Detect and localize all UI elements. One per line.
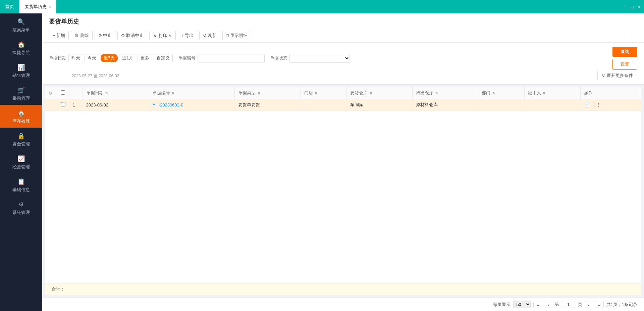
window-minimize[interactable]: － bbox=[623, 4, 627, 10]
sidebar-item-system[interactable]: ⚙ 系统管理 bbox=[0, 196, 42, 219]
sidebar-item-finance-label: 资金管理 bbox=[12, 141, 30, 147]
col-settings[interactable]: ⚙ bbox=[45, 87, 57, 99]
setting-button[interactable]: 设置 bbox=[612, 59, 637, 70]
stop-button[interactable]: ⊘ 中止 bbox=[95, 31, 116, 40]
sidebar-item-finance[interactable]: 🔒 资金管理 bbox=[0, 128, 42, 150]
tab-history-close[interactable]: × bbox=[49, 4, 51, 9]
row-dept bbox=[478, 99, 524, 111]
status-filter-group: 单据状态 bbox=[270, 54, 350, 63]
sidebar-item-quick-nav[interactable]: 🏠 快捷导航 bbox=[0, 36, 42, 59]
first-page-btn[interactable]: « bbox=[533, 301, 542, 308]
date-btn-yesterday[interactable]: 昨天 bbox=[68, 54, 83, 62]
status-select[interactable] bbox=[289, 54, 350, 63]
row-date: 2023-06-02 bbox=[83, 99, 149, 111]
row-req-warehouse: 车间库 bbox=[346, 99, 412, 111]
page-header: 要货单历史 + 新增 🗑 删除 ⊘ 中止 ⊘ 取消中止 🖨 打印 ∨ bbox=[42, 13, 644, 43]
delete-button[interactable]: 🗑 删除 bbox=[71, 31, 93, 40]
sidebar-item-purchase-label: 采购管理 bbox=[12, 95, 30, 101]
table-area: ⚙ 单据日期 ⇅ 单据编号 bbox=[45, 87, 641, 295]
delete-button-label: 🗑 删除 bbox=[74, 33, 89, 39]
row-edit-icon[interactable]: 📄 bbox=[584, 102, 590, 107]
table-scroll[interactable]: ⚙ 单据日期 ⇅ 单据编号 bbox=[45, 87, 641, 283]
new-button[interactable]: + 新增 bbox=[49, 31, 69, 40]
sidebar-item-inventory[interactable]: 🏠 库存核算 bbox=[0, 105, 42, 128]
sidebar-item-search-menu[interactable]: 🔍 搜索菜单 bbox=[0, 13, 42, 36]
row-delete-icon[interactable]: ⋮⋮ bbox=[592, 102, 601, 107]
cancel-stop-button[interactable]: ⊘ 取消中止 bbox=[117, 31, 147, 40]
tab-history-label: 要货单历史 bbox=[25, 4, 47, 10]
doc-number-filter-group: 单据编号 bbox=[178, 54, 265, 62]
sidebar-item-system-label: 系统管理 bbox=[12, 210, 30, 216]
print-button[interactable]: 🖨 打印 ∨ bbox=[149, 31, 176, 40]
total-info: 共1页，1条记录 bbox=[606, 302, 637, 308]
row-check[interactable] bbox=[57, 99, 69, 111]
prev-page-btn[interactable]: ‹ bbox=[545, 301, 552, 308]
doc-number-input[interactable] bbox=[198, 54, 265, 62]
row-handler bbox=[524, 99, 580, 111]
col-store[interactable]: 门店 ⇅ bbox=[301, 87, 346, 99]
sort-handler-icon: ⇅ bbox=[543, 91, 545, 95]
expand-filter-button[interactable]: ∨ ∨ 展开更多条件 bbox=[597, 71, 637, 80]
sidebar-item-quick-nav-label: 快捷导航 bbox=[12, 50, 30, 56]
filter-area: 单据日期 昨天 今天 近7天 近1月 bbox=[42, 43, 644, 85]
date-filter-group: 单据日期 昨天 今天 近7天 近1月 bbox=[49, 54, 173, 62]
operations-icon: 📈 bbox=[17, 155, 25, 163]
filter-actions: 查询 设置 bbox=[612, 47, 637, 70]
table-header-row: ⚙ 单据日期 ⇅ 单据编号 bbox=[45, 87, 641, 99]
refresh-button[interactable]: ↺ 刷新 bbox=[199, 31, 220, 40]
col-req-warehouse[interactable]: 要货仓库 ⇅ bbox=[346, 87, 412, 99]
show-detail-button[interactable]: □ 显示明细 bbox=[222, 31, 251, 40]
last-page-btn[interactable]: » bbox=[595, 301, 603, 308]
window-maximize[interactable]: □ bbox=[631, 4, 634, 9]
sort-number-icon: ⇅ bbox=[172, 91, 174, 95]
data-table: ⚙ 单据日期 ⇅ 单据编号 bbox=[45, 87, 641, 111]
page-input[interactable] bbox=[562, 301, 575, 308]
row-settings bbox=[45, 99, 57, 111]
sidebar-item-operations[interactable]: 📈 经营管理 bbox=[0, 150, 42, 173]
date-btn-more[interactable]: 更多 bbox=[138, 54, 152, 62]
next-page-btn[interactable]: › bbox=[585, 301, 592, 308]
pagination-bar: 每页显示 50 10 20 100 « ‹ 第 页 › » 共1页，1条记录 bbox=[42, 298, 644, 311]
new-button-label: + 新增 bbox=[53, 33, 65, 39]
col-handler[interactable]: 经手人 ⇅ bbox=[524, 87, 580, 99]
col-dept[interactable]: 部门 ⇅ bbox=[478, 87, 524, 99]
search-menu-icon: 🔍 bbox=[17, 18, 25, 26]
window-close[interactable]: × bbox=[637, 4, 640, 9]
date-btn-last1month[interactable]: 近1月 bbox=[119, 54, 136, 62]
row-seq: 1 bbox=[69, 99, 83, 111]
page-suffix: 页 bbox=[578, 302, 582, 308]
col-action: 操作 bbox=[580, 87, 641, 99]
col-pending-warehouse[interactable]: 待出仓库 ⇅ bbox=[413, 87, 478, 99]
col-date[interactable]: 单据日期 ⇅ bbox=[83, 87, 149, 99]
col-type[interactable]: 单据类型 ⇅ bbox=[235, 87, 301, 99]
export-button[interactable]: ↑ 导出 bbox=[178, 31, 197, 40]
sort-date-icon: ⇅ bbox=[105, 91, 108, 95]
row-number-link[interactable]: YH-20230602-0 bbox=[153, 102, 183, 107]
tab-home[interactable]: 首页 bbox=[0, 0, 19, 13]
sidebar-item-sales[interactable]: 📊 销售管理 bbox=[0, 59, 42, 82]
per-page-select[interactable]: 50 10 20 100 bbox=[513, 301, 531, 308]
page-label: 第 bbox=[555, 302, 559, 308]
table-settings-icon[interactable]: ⚙ bbox=[48, 91, 52, 96]
tab-history[interactable]: 要货单历史 × bbox=[19, 0, 56, 13]
col-seq bbox=[69, 87, 83, 99]
top-bar-tabs: 首页 要货单历史 × bbox=[0, 0, 56, 13]
page-title: 要货单历史 bbox=[49, 17, 637, 26]
col-number[interactable]: 单据编号 ⇅ bbox=[149, 87, 235, 99]
date-btn-today[interactable]: 今天 bbox=[85, 54, 99, 62]
row-number[interactable]: YH-20230602-0 bbox=[149, 99, 235, 111]
table-row: 1 2023-06-02 YH-20230602-0 要货单要货 车间库 原材料… bbox=[45, 99, 641, 111]
col-check[interactable] bbox=[57, 87, 69, 99]
row-checkbox-0[interactable] bbox=[61, 102, 65, 106]
check-all[interactable] bbox=[61, 90, 65, 95]
query-button[interactable]: 查询 bbox=[612, 47, 637, 57]
date-btn-last7[interactable]: 近7天 bbox=[101, 54, 118, 62]
date-btn-custom[interactable]: 自定义 bbox=[154, 54, 173, 62]
sidebar-item-basic-info[interactable]: 📋 基础信息 bbox=[0, 173, 42, 196]
sidebar-item-purchase[interactable]: 🛒 采购管理 bbox=[0, 82, 42, 105]
purchase-icon: 🛒 bbox=[17, 87, 25, 94]
per-page-label: 每页显示 bbox=[493, 302, 511, 308]
main-layout: 🔍 搜索菜单 🏠 快捷导航 📊 销售管理 🛒 采购管理 🏠 库存核算 🔒 资金管… bbox=[0, 13, 644, 311]
status-label: 单据状态 bbox=[270, 55, 287, 61]
sort-pending-warehouse-icon: ⇅ bbox=[435, 91, 438, 95]
